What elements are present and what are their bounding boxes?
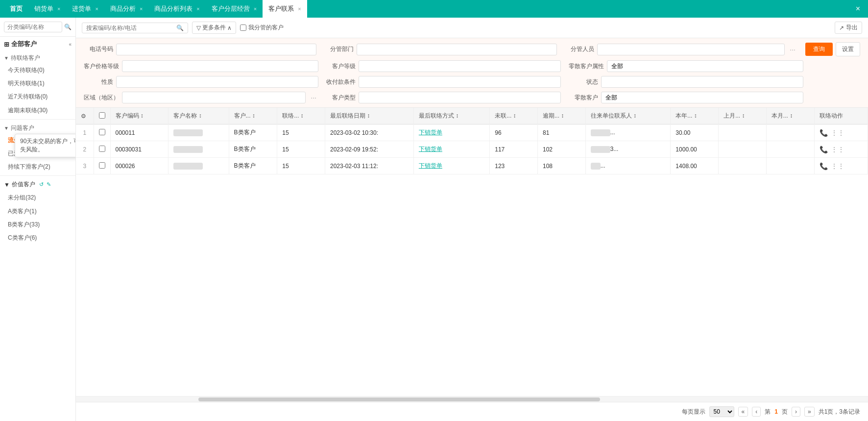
nav-customer-layer[interactable]: 客户分层经营 × <box>206 0 263 18</box>
sidebar-group-pending[interactable]: ▼ 待联络客户 <box>0 51 75 64</box>
action-more-icon-2[interactable]: ⋮⋮ <box>831 146 844 153</box>
sidebar-item-declining[interactable]: 持续下滑客户(2) <box>0 160 75 173</box>
filter-payment: 收付款条件 <box>326 76 561 88</box>
action-phone-icon-3[interactable]: 📞 <box>820 162 828 170</box>
sidebar-item-ungrouped[interactable]: 未分组(32) <box>0 191 75 204</box>
sidebar-item-today[interactable]: 今天待联络(0) <box>0 64 75 77</box>
filter-status-select[interactable] <box>601 76 803 88</box>
col-contact-num[interactable]: 联络... ↕ <box>277 108 325 124</box>
action-phone-icon-2[interactable]: 📞 <box>820 146 828 153</box>
filter-price-grade-select[interactable] <box>122 60 318 72</box>
horizontal-scrollbar[interactable] <box>76 396 868 402</box>
next-page-button[interactable]: › <box>792 407 800 417</box>
value-edit-icon[interactable]: ✎ <box>47 181 51 188</box>
col-this-month[interactable]: 本月... ↕ <box>766 108 814 124</box>
filter-region-input[interactable] <box>122 92 306 103</box>
filter-scatter-attr-select[interactable]: 全部 <box>607 60 803 72</box>
nav-purchase[interactable]: 进货单 × <box>66 0 104 18</box>
my-customers-check[interactable] <box>240 25 246 31</box>
row-this-month-3 <box>766 158 814 174</box>
sidebar-item-overdue[interactable]: 逾期未联络(30) <box>0 104 75 117</box>
search-bar: 🔍 ▽ 更多条件 ∧ 我分管的客户 ↗ 导出 <box>76 18 868 38</box>
row-type-3: B类客户 <box>229 158 277 174</box>
sidebar-group-value[interactable]: ▼ 价值客户 ↺ ✎ <box>0 178 75 191</box>
col-this-year[interactable]: 本年... ↕ <box>671 108 719 124</box>
row-action-1: 📞 ⋮⋮ <box>814 124 868 141</box>
close-sales-icon[interactable]: × <box>57 0 60 18</box>
select-all-checkbox[interactable] <box>99 112 105 119</box>
nav-goods-list[interactable]: 商品分析列表 × <box>148 0 205 18</box>
sidebar-group-problem[interactable]: ▼ 问题客户 <box>0 122 75 134</box>
col-last-month[interactable]: 上月... ↕ <box>719 108 767 124</box>
col-overdue[interactable]: 逾期... ↕ <box>537 108 585 124</box>
action-more-icon-1[interactable]: ⋮⋮ <box>831 129 844 137</box>
filter-person-input[interactable] <box>597 44 785 55</box>
col-settings[interactable]: ⚙ <box>76 108 94 124</box>
filter-person-dots[interactable]: ··· <box>788 46 797 53</box>
row-checkbox-2[interactable] <box>99 146 105 152</box>
row-last-date-2: 2023-02-09 19:52: <box>325 141 413 158</box>
filter-dept-select[interactable] <box>357 44 557 55</box>
nav-home[interactable]: 首页 <box>4 0 28 18</box>
my-customers-checkbox[interactable]: 我分管的客户 <box>240 24 284 32</box>
last-page-button[interactable]: » <box>804 407 815 417</box>
filter-phone-input[interactable] <box>116 44 316 55</box>
action-phone-icon-1[interactable]: 📞 <box>820 129 828 137</box>
sidebar-collapse-icon[interactable]: « <box>69 42 72 47</box>
row-code-1: 000011 <box>110 124 169 141</box>
method-link-1[interactable]: 下销货单 <box>419 129 442 136</box>
close-purchase-icon[interactable]: × <box>95 0 98 18</box>
col-last-method[interactable]: 最后联络方式 ↕ <box>413 108 489 124</box>
filter-customer-grade-select[interactable] <box>359 60 561 72</box>
problem-tooltip: 90天未交易的客户，可能有流失风险。 <box>15 134 76 157</box>
action-more-icon-3[interactable]: ⋮⋮ <box>831 162 844 170</box>
more-filters-button[interactable]: ▽ 更多条件 ∧ <box>192 22 236 34</box>
col-contact2[interactable]: 往来单位联系人 ↕ <box>585 108 671 124</box>
prev-page-button[interactable]: ‹ <box>752 407 761 417</box>
filter-customer-type-select[interactable] <box>359 92 561 103</box>
filter-price-grade-label: 客户价格等级 <box>84 62 119 71</box>
col-uncontacted[interactable]: 未联... ↕ <box>490 108 538 124</box>
first-page-button[interactable]: « <box>738 407 748 417</box>
value-refresh-icon[interactable]: ↺ <box>39 181 44 188</box>
sidebar-search-input[interactable] <box>4 22 62 32</box>
method-link-3[interactable]: 下销货单 <box>419 162 442 169</box>
method-link-2[interactable]: 下销货单 <box>419 146 442 152</box>
nav-customer-contact[interactable]: 客户联系 × <box>263 0 307 18</box>
filter-nature-select[interactable] <box>116 76 318 88</box>
sidebar-item-tomorrow[interactable]: 明天待联络(1) <box>0 77 75 90</box>
close-customer-contact-icon[interactable]: × <box>298 0 301 18</box>
query-button[interactable]: 查询 <box>805 43 833 56</box>
filter-region-dots[interactable]: ··· <box>309 94 318 101</box>
col-code[interactable]: 客户编码 ↕ <box>110 108 169 124</box>
filter-scatter-select[interactable]: 全部 <box>601 92 803 103</box>
sidebar-item-7days[interactable]: 近7天待联络(0) <box>0 90 75 103</box>
col-type[interactable]: 客户... ↕ <box>229 108 277 124</box>
filter-chevron-icon: ∧ <box>227 25 232 31</box>
row-checkbox-3[interactable] <box>99 162 105 169</box>
window-close-button[interactable]: × <box>852 4 864 13</box>
row-check-1 <box>94 124 110 141</box>
row-checkbox-1[interactable] <box>99 129 105 135</box>
sidebar-all-customers[interactable]: ⊞ 全部客户 « <box>0 37 75 51</box>
close-goods-list-icon[interactable]: × <box>196 0 199 18</box>
nav-sales[interactable]: 销货单 × <box>28 0 66 18</box>
close-customer-layer-icon[interactable]: × <box>254 0 257 18</box>
search-input[interactable] <box>86 25 174 31</box>
filter-customer-type: 客户类型 <box>326 92 561 103</box>
col-last-date[interactable]: 最后联络日期 ↕ <box>325 108 413 124</box>
filter-payment-select[interactable] <box>359 76 561 88</box>
filter-price-grade-wrap <box>122 60 318 72</box>
sidebar-item-c-class[interactable]: C类客户(6) <box>0 231 75 245</box>
col-name[interactable]: 客户名称 ↕ <box>169 108 229 124</box>
settings-button[interactable]: 设置 <box>836 42 860 56</box>
scroll-thumb[interactable] <box>198 397 600 401</box>
page-size-select[interactable]: 50 100 200 <box>709 406 734 417</box>
table-settings-icon[interactable]: ⚙ <box>81 113 86 120</box>
sidebar-item-a-class[interactable]: A类客户(1) <box>0 205 75 218</box>
export-button[interactable]: ↗ 导出 <box>835 22 862 34</box>
filter-icon: ▽ <box>196 25 201 31</box>
close-goods-analysis-icon[interactable]: × <box>140 0 143 18</box>
nav-goods-analysis[interactable]: 商品分析 × <box>104 0 148 18</box>
sidebar-item-b-class[interactable]: B类客户(33) <box>0 218 75 231</box>
